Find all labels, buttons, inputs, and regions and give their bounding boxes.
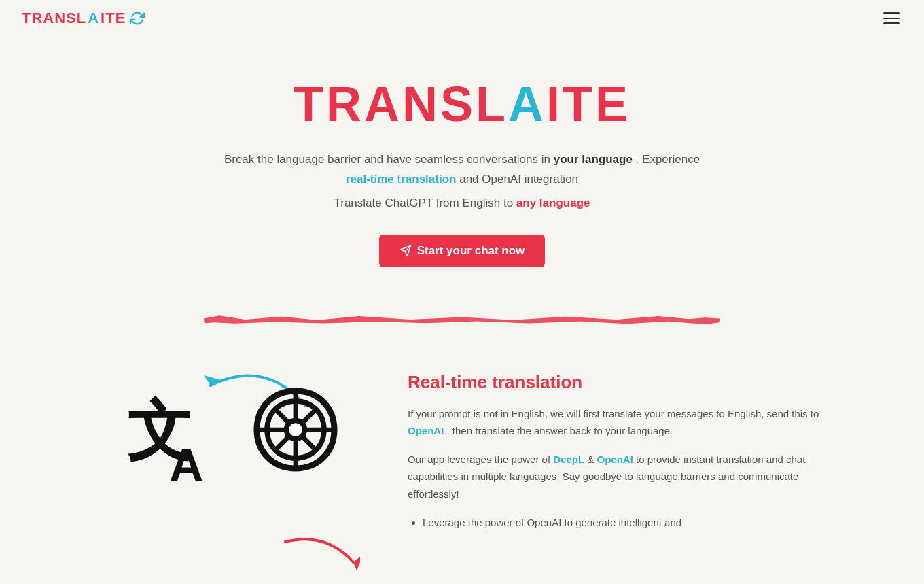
hamburger-line-2 [883, 18, 900, 20]
subtitle-text-1: Break the language barrier and have seam… [224, 153, 550, 166]
desc1-openai-link[interactable]: OpenAI [408, 425, 444, 436]
svg-text:A: A [169, 438, 203, 491]
hamburger-line-1 [883, 12, 900, 14]
translate-highlight: any language [516, 196, 590, 209]
features-section: 文 A Real-time translation If your prompt… [0, 338, 924, 583]
hero-title-transl: TRANSL [294, 77, 508, 131]
subtitle-text-2: . Experience [636, 153, 700, 166]
svg-marker-2 [204, 375, 221, 385]
hero-translate-line: Translate ChatGPT from English to any la… [14, 196, 910, 210]
brush-divider-section [0, 294, 924, 338]
feature-list: Leverage the power of OpenAI to generate… [408, 513, 842, 532]
hero-section: TRANSLAITE Break the language barrier an… [0, 37, 924, 294]
list-item-1: Leverage the power of OpenAI to generate… [423, 513, 842, 532]
subtitle-part3: and OpenAI integration [459, 173, 578, 186]
desc2-part1: Our app leverages the power of [408, 453, 550, 465]
arrow-red-icon [279, 535, 360, 576]
hamburger-menu[interactable] [881, 10, 902, 27]
desc2-deepl-link[interactable]: DeepL [553, 453, 584, 465]
logo-a: A [88, 10, 99, 27]
cta-label: Start your chat now [417, 244, 525, 258]
feature-text-area: Real-time translation If your prompt is … [408, 365, 842, 535]
openai-logo-icon [245, 379, 346, 481]
desc2-amp: & [587, 453, 597, 465]
desc2-openai-link[interactable]: OpenAI [597, 453, 633, 465]
translate-icon: 文 A [122, 385, 231, 494]
desc1-part1: If your prompt is not in English, we wil… [408, 408, 819, 419]
feature-desc-1: If your prompt is not in English, we wil… [408, 405, 842, 440]
hero-subtitle: Break the language barrier and have seam… [14, 150, 910, 190]
hero-title-ite: ITE [546, 77, 630, 131]
hero-title-a: A [508, 77, 546, 131]
send-icon [399, 245, 412, 257]
navbar: TRANSLAITE [0, 0, 924, 37]
subtitle-realtime-link[interactable]: real-time translation [346, 173, 457, 186]
logo[interactable]: TRANSLAITE [22, 10, 145, 27]
svg-marker-6 [353, 554, 360, 570]
feature-title: Real-time translation [408, 372, 842, 393]
illustration-area: 文 A [82, 365, 367, 555]
subtitle-highlight-lang: your language [554, 153, 633, 166]
logo-ite: ITE [101, 10, 126, 27]
logo-refresh-icon [130, 11, 145, 26]
start-chat-button[interactable]: Start your chat now [379, 235, 546, 267]
desc1-part2: , then translate the answer back to your… [447, 425, 673, 436]
hero-title: TRANSLAITE [14, 78, 910, 131]
translate-prefix: Translate ChatGPT from English to [334, 196, 514, 209]
logo-transl: TRANSL [22, 10, 86, 27]
hamburger-line-3 [883, 22, 900, 24]
feature-desc-2: Our app leverages the power of DeepL & O… [408, 451, 842, 503]
svg-point-5 [287, 420, 305, 439]
brush-divider [204, 315, 720, 324]
